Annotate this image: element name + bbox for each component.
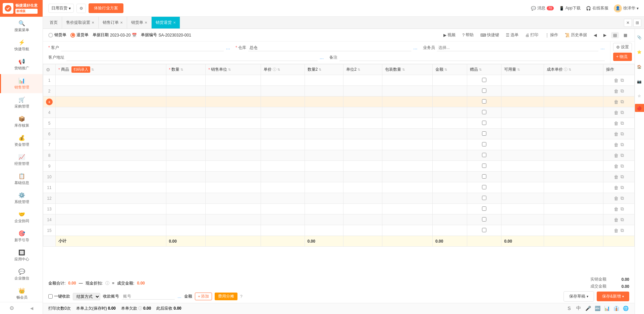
row-3-delete-icon[interactable]: 🗑 (614, 99, 619, 105)
app-download-item[interactable]: 📱 App下载 (559, 5, 581, 11)
save-new-button[interactable]: 保存&新增 ▾ (597, 292, 629, 301)
bottom-icon-4[interactable]: 🔤 (594, 305, 601, 312)
row-2-unit[interactable] (206, 86, 261, 97)
row-3-copy-icon[interactable]: ⧉ (621, 99, 624, 105)
calc-method-select[interactable]: 结算方式 (73, 293, 100, 300)
operate-btn[interactable]: ⋮ 操作 (543, 32, 560, 39)
row-13-delete-icon[interactable]: 🗑 (614, 206, 619, 212)
rp-btn-6[interactable]: 🔴 (635, 104, 644, 112)
tab-home[interactable]: 首页 (46, 17, 62, 28)
row-2-amount[interactable] (433, 86, 467, 97)
row-14-delete-icon[interactable]: 🗑 (614, 217, 619, 223)
tab-layout-button[interactable]: ⊞ (633, 19, 641, 27)
row-3-price[interactable] (261, 97, 305, 107)
row-6-delete-icon[interactable]: 🗑 (614, 131, 619, 137)
row-2-price[interactable] (261, 86, 305, 97)
row-3-gift-checkbox[interactable] (482, 99, 486, 104)
rp-btn-3[interactable]: 🏠 (636, 60, 644, 73)
th-gear[interactable]: ⚙ (43, 64, 56, 75)
row-3-amount[interactable] (433, 97, 467, 107)
row-2-unit2[interactable] (343, 86, 382, 97)
row-2-gift[interactable] (467, 86, 501, 97)
tab-close-all-button[interactable]: ✕ (624, 19, 632, 27)
one-click-pay-checkbox[interactable] (48, 294, 53, 299)
user-info[interactable]: 👤 徐泽华 ▾ (614, 4, 639, 12)
add-row-button[interactable]: + (46, 99, 53, 105)
shortcut-btn[interactable]: ⌨ 快捷键 (478, 32, 501, 39)
customer-select-icon[interactable]: … (226, 45, 230, 50)
row-1-qty2[interactable] (305, 75, 343, 86)
row-3-product[interactable] (56, 97, 166, 107)
row-1-qty[interactable] (166, 75, 206, 86)
staff-input[interactable] (437, 44, 598, 51)
sidebar-item-purchase[interactable]: 🛒 采购管理 (0, 93, 43, 112)
th-available-sort-icon[interactable]: ⇅ (517, 68, 520, 71)
warehouse-input[interactable] (248, 44, 411, 51)
row-9-delete-icon[interactable]: 🗑 (614, 164, 619, 169)
row-15-delete-icon[interactable]: 🗑 (614, 228, 619, 233)
industry-select[interactable]: 日用百货 ▾ (48, 4, 74, 13)
staff-select-icon[interactable]: … (600, 45, 605, 50)
add-payment-button[interactable]: + 添加 (195, 293, 212, 300)
fee-split-button[interactable]: 费用分摊 (215, 293, 237, 300)
sidebar-item-member[interactable]: 👑 畅会员 (0, 284, 43, 302)
row-10-delete-icon[interactable]: 🗑 (614, 174, 619, 180)
row-3-gift[interactable] (467, 97, 501, 107)
row-1-unit[interactable] (206, 75, 261, 86)
video-btn[interactable]: ▶ 视频 (441, 32, 458, 39)
row-9-copy-icon[interactable]: ⧉ (621, 163, 624, 169)
row-3-unit[interactable] (206, 97, 261, 107)
row-3-qty2[interactable] (305, 97, 343, 107)
save-draft-button[interactable]: 保存草稿 ▾ (564, 291, 594, 302)
row-1-delete-icon[interactable]: 🗑 (614, 78, 619, 83)
row-3-pkg-qty[interactable] (382, 97, 433, 107)
bottom-icon-3[interactable]: 🎤 (584, 305, 592, 312)
row-8-delete-icon[interactable]: 🗑 (614, 153, 619, 158)
tab-price-settings-close[interactable]: ✕ (92, 21, 94, 24)
sidebar-item-quick[interactable]: ⚡ 快捷导航 (0, 36, 43, 55)
tab-sales-order-close[interactable]: ✕ (120, 21, 123, 24)
help-btn[interactable]: ? 帮助 (460, 32, 476, 39)
row-1-pkg-qty[interactable] (382, 75, 433, 86)
tab-sales-return[interactable]: 销货退货 ✕ (152, 17, 180, 28)
row-11-copy-icon[interactable]: ⧉ (621, 185, 624, 190)
sidebar-item-wechat[interactable]: 💬 企业微信 (0, 265, 43, 284)
row-14-copy-icon[interactable]: ⧉ (621, 217, 624, 223)
scan-button[interactable]: 扫码录入 (71, 66, 90, 73)
radio-return[interactable]: 退货单 (70, 32, 89, 38)
row-2-qty2[interactable] (305, 86, 343, 97)
sidebar-item-finance[interactable]: 💰 资金管理 (0, 131, 43, 150)
address-input[interactable] (66, 54, 318, 61)
row-4-product[interactable] (56, 107, 166, 118)
tab-price-settings[interactable]: 售价提取设置 ✕ (62, 17, 99, 28)
print-btn[interactable]: 🖨 打印 (523, 32, 540, 39)
prev-record-btn[interactable]: ◀ (592, 32, 599, 38)
th-price-sort-icon[interactable]: ⇅ (277, 68, 280, 71)
settings-bottom-icon[interactable]: ⚙ (9, 305, 14, 311)
sidebar-item-appstore[interactable]: 🔲 应用中心 (0, 246, 43, 265)
row-11-delete-icon[interactable]: 🗑 (614, 185, 619, 190)
row-15-copy-icon[interactable]: ⧉ (621, 228, 624, 233)
row-3-product-input[interactable] (58, 100, 163, 104)
bottom-icon-2[interactable]: 中 (575, 305, 582, 312)
row-7-copy-icon[interactable]: ⧉ (621, 142, 624, 147)
row-4-copy-icon[interactable]: ⧉ (621, 110, 624, 115)
online-service-item[interactable]: 🎧 在线客服 (586, 5, 608, 11)
row-1-copy-icon[interactable]: ⧉ (621, 77, 624, 83)
row-1-unit2[interactable] (343, 75, 382, 86)
sidebar-item-marketing[interactable]: 📢 营销推广 (0, 55, 43, 74)
rp-btn-5[interactable]: ☆ (636, 89, 644, 103)
row-4-delete-icon[interactable]: 🗑 (614, 110, 619, 115)
row-5-delete-icon[interactable]: 🗑 (614, 121, 619, 126)
tab-sales-order[interactable]: 销售订单 ✕ (99, 17, 127, 28)
list-view-btn[interactable]: ▦ (622, 32, 629, 38)
row-13-copy-icon[interactable]: ⧉ (621, 206, 624, 212)
account-select-icon[interactable]: … (177, 294, 181, 299)
sidebar-item-guide[interactable]: 🎯 新手引导 (0, 227, 43, 246)
th-unit2-sort-icon[interactable]: ⇅ (358, 68, 360, 71)
row-12-copy-icon[interactable]: ⧉ (621, 195, 624, 201)
customer-input[interactable] (61, 44, 224, 51)
th-product-sort-icon[interactable]: ⇅ (91, 68, 94, 71)
row-1-available[interactable] (501, 75, 544, 86)
row-8-copy-icon[interactable]: ⧉ (621, 152, 624, 158)
